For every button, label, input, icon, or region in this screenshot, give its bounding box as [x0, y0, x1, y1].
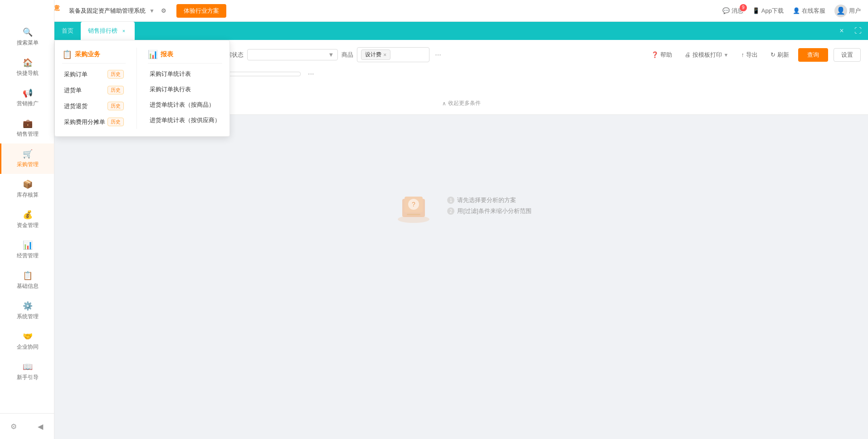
search-icon: 🔍 [23, 27, 33, 37]
menu-item-purchase-order-exec[interactable]: 采购订单执行表 [148, 83, 222, 96]
menu-item-inbound-stats-goods[interactable]: 进货单统计表（按商品） [148, 98, 222, 112]
sidebar-item-sales[interactable]: 💼 销售管理 [0, 113, 54, 143]
export-btn[interactable]: ↑ 导出 [738, 49, 762, 61]
toolbar-right: ❓ 帮助 🖨 按模板打印 ▼ ↑ 导出 ↻ 刷新 查询 设置 [648, 48, 861, 62]
sidebar-label-guide: 新手引导 [17, 374, 39, 381]
sidebar-label-sales: 销售管理 [17, 130, 39, 138]
svg-text:?: ? [412, 201, 415, 208]
inbound-stats-supplier-label: 进货单统计表（按供应商） [150, 116, 220, 124]
tab-close-all-btn[interactable]: × [835, 25, 848, 37]
goods-label: 商品 [341, 51, 353, 59]
menu-item-purchase-order[interactable]: 采购订单 历史 [62, 67, 126, 81]
purchase-expense-history[interactable]: 历史 [107, 118, 124, 126]
sidebar-item-inventory[interactable]: 📦 库存核算 [0, 174, 54, 204]
collapse-label: 收起更多条件 [448, 99, 481, 107]
app-download-label: App下载 [761, 7, 784, 15]
marketing-icon: 📢 [23, 88, 33, 98]
sidebar-label-quick-nav: 快捷导航 [17, 69, 39, 77]
sidebar-label-finance: 资金管理 [17, 222, 39, 229]
inbound-label: 进货单 [64, 86, 82, 94]
goods-tag-remove[interactable]: × [383, 52, 386, 58]
tab-bar: 首页 销售排行榜 × × ⛶ [54, 22, 868, 40]
service-icon: 👤 [793, 7, 800, 14]
sidebar-item-basic-info[interactable]: 📋 基础信息 [0, 265, 54, 296]
sidebar-settings-btn[interactable]: ⚙ [6, 419, 21, 434]
system-dropdown-arrow[interactable]: ▼ [149, 8, 155, 14]
sidebar-item-quick-nav[interactable]: 🏠 快捷导航 [0, 52, 54, 83]
inbound-return-history[interactable]: 历史 [107, 102, 124, 110]
sidebar-menu: 🔍 搜索菜单 🏠 快捷导航 📢 营销推广 💼 销售管理 🛒 采购管理 📦 库存核… [0, 22, 54, 387]
sidebar-label-search: 搜索菜单 [17, 39, 39, 47]
svg-rect-5 [407, 214, 420, 215]
purchase-section-title: 📋 采购业务 [62, 48, 126, 64]
sidebar-label-inventory: 库存核算 [17, 191, 39, 199]
message-icon: 💬 [722, 7, 730, 14]
enterprise-icon: 🤝 [23, 331, 33, 341]
message-badge: 9 [740, 4, 747, 11]
system-name-area: 装备及固定资产辅助管理系统 ▼ ⚙ 体验行业方案 [69, 4, 722, 18]
purchase-order-stats-label: 采购订单统计表 [150, 70, 191, 78]
salesperson-more-dots[interactable]: ··· [306, 70, 316, 78]
sidebar-item-enterprise[interactable]: 🤝 企业协同 [0, 326, 54, 356]
finance-icon: 💰 [23, 210, 33, 220]
filter-settings-btn[interactable]: 设置 [834, 48, 861, 62]
print-btn[interactable]: 🖨 按模板打印 ▼ [681, 49, 732, 61]
message-btn[interactable]: 💬 消息 9 [722, 7, 743, 15]
sidebar-item-finance[interactable]: 💰 资金管理 [0, 204, 54, 235]
tab-expand-btn[interactable]: ⛶ [852, 25, 864, 37]
step2-text: 用[过滤]条件来缩小分析范围 [457, 207, 531, 215]
purchase-order-history[interactable]: 历史 [107, 70, 124, 79]
report-section-icon: 📊 [148, 49, 158, 59]
collapse-btn[interactable]: ∧ 收起更多条件 [442, 99, 481, 107]
tab-close-btn[interactable]: × [120, 27, 127, 35]
inbound-history[interactable]: 历史 [107, 86, 124, 94]
app-download-btn[interactable]: 📱 App下载 [752, 7, 784, 15]
sidebar-label-operations: 经营管理 [17, 252, 39, 260]
print-icon: 🖨 [685, 51, 691, 58]
sidebar-label-system: 系统管理 [17, 313, 39, 321]
report-section-label: 报表 [161, 50, 173, 59]
step2-num: 2 [447, 207, 454, 215]
help-btn[interactable]: ❓ 帮助 [648, 49, 676, 61]
sidebar-collapse-btn[interactable]: ◀ [33, 419, 48, 434]
menu-item-purchase-expense[interactable]: 采购费用分摊单 历史 [62, 115, 126, 129]
industry-btn[interactable]: 体验行业方案 [176, 4, 226, 18]
phone-icon: 📱 [752, 7, 760, 14]
step1-num: 1 [447, 197, 454, 204]
home-icon: 🏠 [23, 58, 33, 68]
basic-info-icon: 📋 [23, 271, 33, 281]
goods-more-dots[interactable]: ··· [433, 51, 443, 59]
goods-input[interactable]: 设计费 × [357, 47, 429, 62]
sidebar-item-operations[interactable]: 📊 经营管理 [0, 235, 54, 265]
sidebar-item-search[interactable]: 🔍 搜索菜单 [0, 22, 54, 52]
user-avatar: 👤 [834, 5, 847, 17]
query-btn[interactable]: 查询 [798, 48, 828, 62]
report-menu-section: 📊 报表 采购订单统计表 采购订单执行表 进货单统计表（按商品） 进货单统计表（… [148, 48, 222, 129]
tab-home[interactable]: 首页 [54, 22, 81, 40]
inventory-icon: 📦 [23, 179, 33, 189]
empty-step2: 2 用[过滤]条件来缩小分析范围 [447, 207, 531, 215]
menu-item-inbound-return[interactable]: 进货退货 历史 [62, 99, 126, 113]
online-service-btn[interactable]: 👤 在线客服 [793, 7, 825, 15]
tab-sales-rank[interactable]: 销售排行榜 × [81, 22, 135, 40]
menu-item-inbound[interactable]: 进货单 历史 [62, 83, 126, 97]
step1-text: 请先选择要分析的方案 [457, 196, 516, 204]
tab-bar-right: × ⛶ [835, 25, 868, 37]
user-area[interactable]: 👤 用户 [834, 5, 861, 17]
sales-icon: 💼 [23, 118, 33, 128]
sidebar-item-purchase[interactable]: 🛒 采购管理 [0, 143, 54, 174]
sidebar-item-guide[interactable]: 📖 新手引导 [0, 356, 54, 387]
refresh-btn[interactable]: ↻ 刷新 [767, 49, 793, 61]
help-icon: ❓ [651, 51, 658, 58]
sidebar-label-enterprise: 企业协同 [17, 343, 39, 351]
sidebar-label-purchase: 采购管理 [17, 161, 39, 168]
status-input[interactable]: ▼ [247, 49, 338, 60]
empty-icon: ? [391, 183, 436, 228]
menu-item-inbound-stats-supplier[interactable]: 进货单统计表（按供应商） [148, 113, 222, 127]
sidebar-item-system[interactable]: ⚙️ 系统管理 [0, 296, 54, 326]
sidebar-item-marketing[interactable]: 📢 营销推广 [0, 83, 54, 113]
system-settings-icon[interactable]: ⚙ [158, 5, 169, 16]
guide-icon: 📖 [23, 362, 33, 372]
menu-item-purchase-order-stats[interactable]: 采购订单统计表 [148, 67, 222, 81]
header-right: 💬 消息 9 📱 App下载 👤 在线客服 👤 用户 [722, 5, 861, 17]
